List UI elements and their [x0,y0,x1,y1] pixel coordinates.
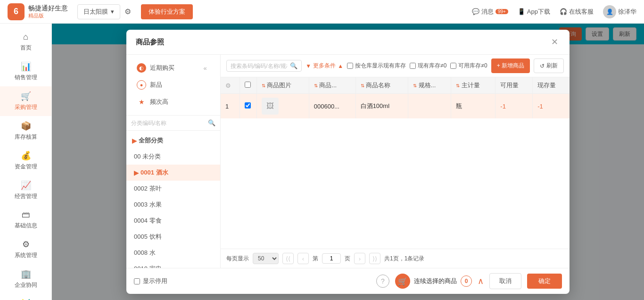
page-prev-btn[interactable]: ‹ [297,253,309,264]
sidebar-label-sales: 销售管理 [15,74,37,82]
modal: 商品参照 ✕ ◐ 近期购买 « ● [126,30,570,294]
cat-0005[interactable]: 0005 饮料 [126,229,220,245]
finance-icon: 💰 [21,150,31,161]
checkbox-available-input[interactable] [410,63,416,69]
modal-body: ◐ 近期购买 « ● 新品 ★ 频次高 [126,55,570,268]
th-image-sort-icon: ⇅ [262,83,265,88]
category-search-input[interactable] [131,120,205,126]
online-service-btn[interactable]: 🎧 在线客服 [560,8,594,16]
system-icon: ⚙ [22,239,30,250]
user-area[interactable]: 👤 徐泽华 [603,5,636,18]
search-icon[interactable]: 🔍 [290,62,297,69]
sidebar-item-operations[interactable]: 📈 经营管理 [0,175,51,205]
checkbox-warehouse-input[interactable] [347,63,353,69]
sidebar-item-finance[interactable]: 💰 资金管理 [0,146,51,175]
footer-right: ? 🛒 连续选择的商品 0 ∧ 取消 确定 [376,273,562,289]
operations-icon: 📈 [21,180,31,191]
refresh-btn[interactable]: ↺ 刷新 [534,58,564,73]
page-last-btn[interactable]: ⟩⟩ [369,253,380,264]
username: 徐泽华 [618,8,636,16]
sidebar-item-basic[interactable]: 🗃 基础信息 [0,205,51,234]
gear-icon[interactable]: ⚙ [120,4,135,19]
page-first-btn[interactable]: ⟨⟨ [282,253,294,264]
sidebar-item-sales[interactable]: 📊 销售管理 [0,57,51,86]
cat-0008-label: 0008 水 [134,249,156,257]
refresh-label: 刷新 [546,62,558,70]
sidebar-item-enterprise[interactable]: 🏢 企业协同 [0,264,51,294]
refresh-icon: ↺ [540,63,545,69]
row-stock: -1 [533,94,570,119]
right-panel: 🔍 ▼ 更多条件 ▲ 按仓库显示现有库存 [221,55,570,268]
category-search-icon[interactable]: 🔍 [208,119,215,126]
sidebar-item-guide[interactable]: 🔰 新手引导 [0,294,51,300]
table-header-row: ⚙ ⇅ 商品图片 [221,77,570,94]
message-btn[interactable]: 💬 消息 99+ [472,8,508,16]
cat-0008[interactable]: 0008 水 [126,245,220,261]
checkbox-available[interactable]: 现有库存≠0 [410,62,446,70]
cat-00[interactable]: 00 未分类 [126,149,220,165]
cat-0003[interactable]: 0003 水果 [126,197,220,213]
cat-all-arrow: ▶ [132,137,137,144]
table-row[interactable]: 1 🖼 [221,94,570,119]
quick-new[interactable]: ● 新品 [131,76,215,93]
cat-0001[interactable]: ▶ 0001 酒水 [126,165,220,181]
checkbox-warehouse-label: 按仓库显示现有库存 [355,62,406,70]
table-settings-icon[interactable]: ⚙ [225,82,231,89]
row-checkbox[interactable] [245,102,251,108]
sidebar-item-system[interactable]: ⚙ 系统管理 [0,234,51,264]
quick-recent[interactable]: ◐ 近期购买 « [131,59,215,76]
category-list: ▶ 全部分类 00 未分类 ▶ 0001 酒水 0002 茶 [126,131,220,268]
sidebar-item-purchase[interactable]: 🛒 采购管理 [0,86,51,116]
show-disabled-label[interactable]: 显示停用 [134,277,167,285]
filter-btn[interactable]: ▼ 更多条件 ▲ [305,62,343,70]
checkbox-usable-input[interactable] [450,63,456,69]
home-icon: ⌂ [23,32,28,42]
sidebar-item-home[interactable]: ⌂ 首页 [0,27,51,57]
experience-btn[interactable]: 体验行业方案 [141,4,193,19]
nav-dropdown[interactable]: 日太阳膜 ▾ [77,4,120,19]
row-checkbox-cell [239,94,256,119]
checkbox-usable[interactable]: 可用库存≠0 [450,62,487,70]
page-size-select[interactable]: 10 20 50 100 [253,253,279,264]
select-all-checkbox[interactable] [245,82,251,88]
top-nav: 6 畅捷通好生意 精品版 日太阳膜 ▾ ⚙ 体验行业方案 💬 消息 99+ 📱 … [0,0,644,24]
sidebar-label-basic: 基础信息 [15,222,37,230]
page-input[interactable] [322,253,341,264]
sidebar-item-inventory[interactable]: 📦 库存核算 [0,116,51,146]
add-product-btn[interactable]: + 新增商品 [491,58,530,73]
sidebar-label-home: 首页 [20,44,32,52]
cat-0003-label: 0003 水果 [134,200,162,209]
show-disabled-checkbox[interactable] [134,278,140,284]
cart-count: 0 [461,275,472,287]
search-box: 🔍 [226,60,302,72]
cart-area: 🛒 连续选择的商品 0 [395,274,472,289]
message-icon: 💬 [472,8,479,15]
app-download-btn[interactable]: 📱 App下载 [518,8,550,16]
show-disabled-text: 显示停用 [143,277,167,285]
avatar: 👤 [603,5,616,18]
checkbox-warehouse[interactable]: 按仓库显示现有库存 [347,62,406,70]
th-available-label: 可用量 [500,82,519,89]
cat-0004[interactable]: 0004 零食 [126,213,220,229]
page-next-btn[interactable]: › [354,253,365,264]
basic-icon: 🗃 [22,210,30,220]
filter-icon: ▼ [305,63,311,69]
cat-0002[interactable]: 0002 茶叶 [126,181,220,197]
quick-frequent[interactable]: ★ 频次高 [131,93,215,110]
th-name-sort-icon: ⇅ [361,83,364,88]
cat-all[interactable]: ▶ 全部分类 [126,133,220,149]
collapse-footer-icon[interactable]: ∧ [478,276,484,286]
collapse-left-icon[interactable]: « [200,63,210,73]
search-input[interactable] [231,63,287,69]
cat-0010[interactable]: 0010 家电 [126,261,220,268]
main-layout: ⌂ 首页 📊 销售管理 🛒 采购管理 📦 库存核算 💰 资金管理 📈 经营管理 … [0,24,644,300]
quick-recent-label: 近期购买 [150,64,174,72]
confirm-btn[interactable]: 确定 [527,274,562,289]
table-area: ⚙ ⇅ 商品图片 [221,77,570,249]
th-checkbox [239,77,256,94]
row-image-cell: 🖼 [256,94,309,119]
page-label: 第 [313,255,318,263]
close-icon[interactable]: ✕ [549,36,560,48]
help-icon[interactable]: ? [376,275,389,288]
cancel-btn[interactable]: 取消 [489,273,521,289]
